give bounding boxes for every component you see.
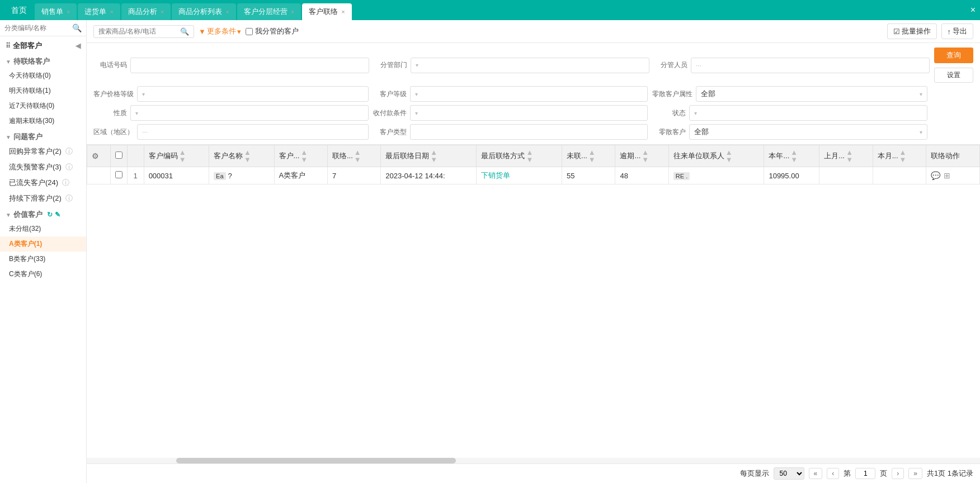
page-number-input[interactable] [855, 468, 875, 479]
sidebar-item-today-contact[interactable]: 今天待联络(0) [0, 68, 86, 83]
close-icon[interactable]: × [341, 8, 345, 15]
collapse-sidebar-icon[interactable]: ◀ [76, 42, 81, 50]
uncontacted-column-header[interactable]: 未联... ▲▼ [562, 145, 615, 167]
search-box[interactable]: 🔍 [93, 25, 194, 38]
last-page-button[interactable]: » [908, 468, 922, 479]
sidebar-item-class-a[interactable]: A类客户(1) [0, 236, 86, 252]
my-customers-checkbox[interactable]: 我分管的客户 [246, 26, 299, 36]
close-icon[interactable]: × [67, 8, 70, 15]
home-tab[interactable]: 首页 [4, 0, 34, 20]
sidebar-search-icon[interactable]: 🔍 [72, 23, 82, 32]
gear-icon[interactable]: ⚙ [92, 151, 99, 160]
edit-icon[interactable]: ✎ [55, 211, 60, 219]
more-conditions-button[interactable]: ▼ 更多条件 ▾ [199, 26, 241, 36]
search-icon[interactable]: 🔍 [180, 27, 189, 36]
section-value-customers[interactable]: ▼ 价值客户 ↻ ✎ [0, 206, 86, 221]
first-page-button[interactable]: « [809, 468, 823, 479]
sidebar-item-class-b[interactable]: B类客户(33) [0, 252, 86, 267]
sidebar-item-week-contact[interactable]: 近7天待联络(0) [0, 98, 86, 113]
select-all-checkbox[interactable] [115, 151, 123, 159]
refresh-icon[interactable]: ↻ [47, 211, 53, 219]
code-column-header[interactable]: 客户编码 ▲▼ [144, 145, 209, 167]
chat-icon[interactable]: 💬 [931, 171, 940, 180]
last-month-column-header[interactable]: 上月... ▲▼ [819, 145, 873, 167]
retail-attr-dropdown[interactable]: 全部 ▾ [696, 86, 927, 102]
retail-customer-dropdown[interactable]: 全部 ▾ [689, 124, 927, 140]
this-year-column-header[interactable]: 本年... ▲▼ [764, 145, 819, 167]
dropdown-arrow-icon: ▾ [416, 62, 418, 68]
this-month-column-header[interactable]: 本月... ▲▼ [873, 145, 926, 167]
scrollbar-thumb[interactable] [176, 458, 456, 463]
tab-product-analysis[interactable]: 商品分析 × [121, 3, 171, 20]
sidebar-item-class-c[interactable]: C类客户(6) [0, 267, 86, 282]
close-all-button[interactable]: × [970, 5, 976, 15]
last-month-cell [819, 167, 873, 184]
sidebar-search-input[interactable] [4, 24, 70, 32]
customer-level-dropdown[interactable]: ▾ [410, 86, 648, 102]
price-level-dropdown[interactable]: ▾ [137, 86, 369, 102]
export-button[interactable]: ↑ 导出 [941, 23, 974, 39]
sidebar-item-overdue-contact[interactable]: 逾期未联络(30) [0, 113, 86, 129]
checkbox-column-header[interactable] [110, 145, 127, 167]
status-dropdown[interactable]: ▾ [689, 105, 927, 121]
dropdown-arrow-icon: ▾ [135, 110, 138, 116]
manager-field: 分管人员 ··· [654, 58, 930, 73]
last-date-column-header[interactable]: 最后联络日期 ▲▼ [381, 145, 477, 167]
sidebar-item-loss-warning[interactable]: 流失预警客户(3) ⓘ [0, 159, 86, 175]
unit-contact-column-header[interactable]: 往来单位联系人 ▲▼ [668, 145, 764, 167]
sidebar-item-lost[interactable]: 已流失客户(24) ⓘ [0, 175, 86, 191]
dept-dropdown[interactable]: ▾ [411, 58, 649, 73]
payment-label: 收付款条件 [373, 108, 407, 118]
region-input[interactable]: ··· [137, 124, 369, 140]
tab-customer-contact[interactable]: 客户联络 × [302, 3, 351, 20]
gear-column-header[interactable]: ⚙ [87, 145, 111, 167]
sidebar-item-declining[interactable]: 持续下滑客户(2) ⓘ [0, 191, 86, 206]
close-icon[interactable]: × [161, 8, 164, 15]
info-icon: ⓘ [65, 163, 73, 171]
sidebar-item-abnormal[interactable]: 回购异常客户(2) ⓘ [0, 144, 86, 159]
sort-icon: ▲▼ [790, 149, 798, 163]
horizontal-scrollbar[interactable] [87, 458, 980, 463]
settings-button[interactable]: 设置 [934, 68, 973, 83]
category-column-header[interactable]: 客户... ▲▼ [274, 145, 327, 167]
sidebar-item-ungrouped[interactable]: 未分组(32) [0, 221, 86, 236]
prev-page-button[interactable]: ‹ [827, 468, 839, 479]
last-method-link[interactable]: 下销货单 [481, 171, 510, 179]
close-icon[interactable]: × [110, 8, 113, 15]
page-end-label: 页 [880, 468, 887, 479]
customer-type-input[interactable] [410, 124, 648, 140]
last-method-cell[interactable]: 下销货单 [477, 167, 562, 184]
dept-label: 分管部门 [374, 60, 407, 70]
phone-input[interactable] [130, 58, 369, 73]
tab-purchase-order[interactable]: 进货单 × [78, 3, 120, 20]
next-page-button[interactable]: › [892, 468, 904, 479]
page-label: 第 [844, 468, 851, 479]
nature-dropdown[interactable]: ▾ [130, 105, 369, 121]
sidebar-item-tomorrow-contact[interactable]: 明天待联络(1) [0, 83, 86, 98]
overdue-column-header[interactable]: 逾期... ▲▼ [615, 145, 668, 167]
section-problem-customers[interactable]: ▼ 问题客户 [0, 129, 86, 144]
row-checkbox[interactable] [115, 171, 123, 178]
my-customers-check[interactable] [246, 28, 253, 35]
filter-row-1: 电话号码 分管部门 ▾ 分管人员 ··· 查询 设置 [93, 48, 973, 83]
page-size-select[interactable]: 50 10 20 100 [774, 467, 804, 480]
filter-icon: ▼ [199, 27, 206, 36]
payment-dropdown[interactable]: ▾ [410, 105, 648, 121]
tab-product-analysis-list[interactable]: 商品分析列表 × [172, 3, 235, 20]
section-pending-contact[interactable]: ▼ 待联络客户 [0, 53, 86, 68]
tab-sales-order[interactable]: 销售单 × [35, 3, 77, 20]
close-icon[interactable]: × [291, 8, 294, 15]
query-button[interactable]: 查询 [934, 48, 973, 63]
last-method-column-header[interactable]: 最后联络方式 ▲▼ [477, 145, 562, 167]
name-column-header[interactable]: 客户名称 ▲▼ [209, 145, 274, 167]
checkbox-cell[interactable] [110, 167, 127, 184]
contact-count-column-header[interactable]: 联络... ▲▼ [327, 145, 380, 167]
manager-input[interactable]: ··· [691, 58, 930, 73]
close-icon[interactable]: × [225, 8, 229, 15]
search-input[interactable] [98, 27, 177, 35]
all-customers-header[interactable]: ⠿ 全部客户 ◀ [0, 36, 86, 53]
batch-operation-button[interactable]: ☑ 批量操作 [887, 23, 937, 39]
grid-icon[interactable]: ⊞ [944, 171, 950, 180]
retail-attr-field: 零散客户属性 全部 ▾ [652, 86, 927, 102]
tab-customer-segment[interactable]: 客户分层经营 × [237, 3, 301, 20]
